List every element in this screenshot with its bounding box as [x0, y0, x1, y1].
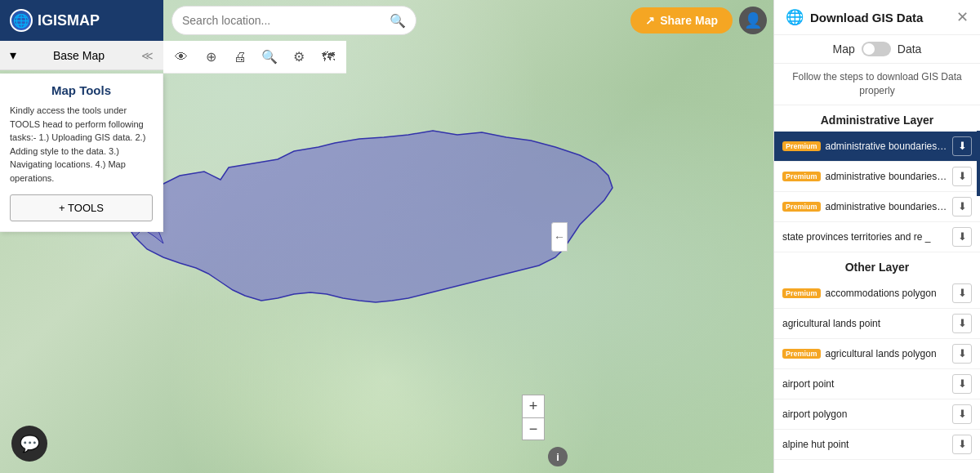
map-controls-bar: 👁 ⊕ 🖨 🔍 ⚙ 🗺	[163, 41, 346, 74]
admin-layer-name-0: administrative boundaries nation _	[826, 141, 947, 152]
other-layer-item-3[interactable]: airport point ⬇	[774, 369, 980, 399]
other-download-icon-2[interactable]: ⬇	[952, 344, 972, 364]
user-icon: 👤	[744, 11, 762, 29]
search-bar[interactable]: 🔍	[172, 6, 416, 35]
other-layer-item-1[interactable]: agricultural lands point ⬇	[774, 309, 980, 339]
other-layer-item-2[interactable]: Premium agricultural lands polygon ⬇	[774, 339, 980, 369]
info-button[interactable]: i	[548, 447, 568, 466]
other-layer-name-1: agricultural lands point	[782, 318, 947, 329]
basemap-label: Base Map	[53, 49, 105, 62]
premium-badge-0: Premium	[782, 141, 821, 151]
toggle-map-label: Map	[833, 42, 855, 56]
zoom-controls: + −	[522, 395, 545, 440]
download-icon-3[interactable]: ⬇	[952, 227, 972, 247]
other-layer-item-4[interactable]: airport polygon ⬇	[774, 399, 980, 430]
premium-badge-2: Premium	[782, 202, 821, 212]
other-layer-name-4: airport polygon	[782, 408, 947, 420]
admin-layer-name-1: administrative boundaries polygon	[826, 171, 947, 182]
panel-collapse-arrow[interactable]: ←	[551, 222, 568, 252]
other-download-icon-5[interactable]: ⬇	[952, 435, 972, 454]
other-download-icon-4[interactable]: ⬇	[952, 404, 972, 424]
download-icon-0[interactable]: ⬇	[952, 136, 972, 156]
app-name: IGISMAP	[38, 12, 100, 29]
download-icon-2[interactable]: ⬇	[952, 197, 972, 216]
other-layer-name-3: airport point	[782, 378, 947, 390]
admin-layer-name-2: administrative boundaries provin...	[826, 201, 947, 212]
layers-icon[interactable]: 🗺	[317, 46, 340, 69]
tools-button[interactable]: + TOOLS	[10, 194, 153, 221]
admin-layer-item-1[interactable]: Premium administrative boundaries polygo…	[774, 162, 980, 192]
toggle-data-label: Data	[898, 42, 922, 56]
expand-icon: ▾	[10, 47, 16, 63]
sidebar-header: 🌐 Download GIS Data ✕	[774, 0, 980, 35]
other-download-icon-3[interactable]: ⬇	[952, 374, 972, 394]
collapse-icon: ≪	[141, 49, 154, 62]
zoom-out-button[interactable]: −	[522, 417, 545, 440]
visibility-icon[interactable]: 👁	[170, 46, 193, 69]
map-tools-title: Map Tools	[10, 83, 153, 97]
admin-layer-item-2[interactable]: Premium administrative boundaries provin…	[774, 192, 980, 222]
other-premium-badge-0: Premium	[782, 288, 821, 298]
zoom-in-button[interactable]: +	[522, 395, 545, 417]
sidebar-content[interactable]: Administrative Layer Premium administrat…	[774, 105, 980, 473]
search-input[interactable]	[182, 14, 390, 27]
admin-section-header: Administrative Layer	[774, 105, 980, 132]
other-layer-name-5: alpine hut point	[782, 439, 947, 450]
share-map-label: Share Map	[660, 14, 718, 27]
map-background	[0, 0, 773, 473]
basemap-section: ▾ Base Map ≪	[0, 41, 163, 70]
admin-layer-name-3: state provinces territories and re _	[782, 231, 947, 243]
download-icon-1[interactable]: ⬇	[952, 167, 972, 186]
premium-badge-1: Premium	[782, 172, 821, 181]
toggle-knob	[863, 43, 875, 55]
sidebar-close-button[interactable]: ✕	[956, 10, 969, 25]
other-layer-item-0[interactable]: Premium accommodations polygon ⬇	[774, 279, 980, 309]
admin-layer-item-0[interactable]: Premium administrative boundaries nation…	[774, 132, 980, 162]
other-layer-name-0: accommodations polygon	[826, 288, 947, 299]
map-data-toggle-switch[interactable]	[862, 42, 891, 56]
zoom-search-icon[interactable]: 🔍	[258, 46, 281, 69]
chat-bubble-button[interactable]: 💬	[11, 426, 47, 462]
search-icon[interactable]: 🔍	[390, 13, 406, 29]
map-tools-description: Kindly access the tools under TOOLS head…	[10, 104, 153, 185]
sidebar-accent-bar	[977, 131, 980, 196]
sidebar-panel: 🌐 Download GIS Data ✕ Map Data Follow th…	[773, 0, 980, 473]
logo-area: 🌐 IGISMAP	[0, 0, 163, 41]
sidebar-title: Download GIS Data	[810, 11, 923, 25]
target-icon[interactable]: ⊕	[199, 46, 222, 69]
map-area[interactable]: 🌐 IGISMAP 🔍 ↗ Share Map 👤 ▾ Base Map ≪ 👁…	[0, 0, 773, 473]
share-map-button[interactable]: ↗ Share Map	[630, 7, 733, 33]
sidebar-header-left: 🌐 Download GIS Data	[786, 8, 923, 26]
other-premium-badge-2: Premium	[782, 349, 821, 359]
print-icon[interactable]: 🖨	[229, 46, 252, 69]
user-avatar[interactable]: 👤	[739, 7, 767, 34]
other-layer-item-5[interactable]: alpine hut point ⬇	[774, 430, 980, 460]
admin-layer-item-3[interactable]: state provinces territories and re _ ⬇	[774, 222, 980, 252]
other-section-header: Other Layer	[774, 252, 980, 279]
basemap-toggle[interactable]: ▾ Base Map ≪	[0, 41, 163, 70]
settings-icon[interactable]: ⚙	[287, 46, 310, 69]
other-download-icon-0[interactable]: ⬇	[952, 283, 972, 303]
sidebar-globe-icon: 🌐	[786, 8, 804, 26]
map-data-toggle-row: Map Data	[774, 35, 980, 64]
share-icon: ↗	[645, 14, 655, 27]
other-layer-name-2: agricultural lands polygon	[826, 348, 947, 359]
map-tools-panel: Map Tools Kindly access the tools under …	[0, 74, 163, 232]
other-download-icon-1[interactable]: ⬇	[952, 314, 972, 333]
logo-globe-icon: 🌐	[10, 9, 33, 32]
follow-steps-text: Follow the steps to download GIS Data pr…	[774, 64, 980, 105]
